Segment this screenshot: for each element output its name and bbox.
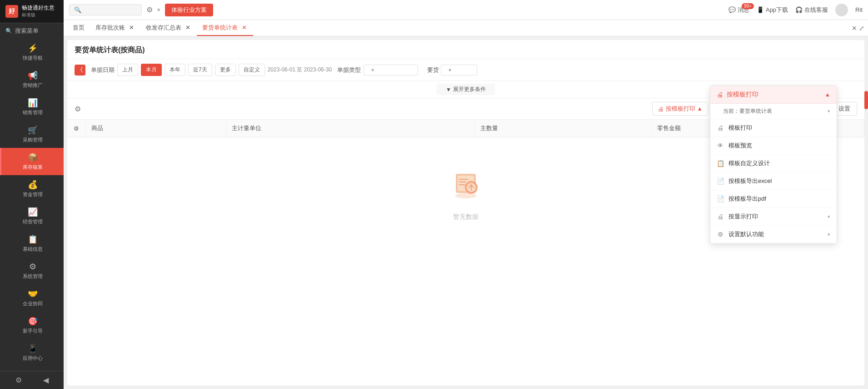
- date-btn-this-month[interactable]: 本月: [141, 64, 162, 76]
- right-scrollbar[interactable]: [864, 91, 868, 182]
- user-avatar[interactable]: [835, 4, 848, 16]
- guide-label: 新手引导: [23, 328, 43, 334]
- tab-home-label: 首页: [73, 24, 85, 32]
- page-title: 要货单统计表(按商品): [75, 45, 857, 55]
- col-unit: 主计量单位: [226, 120, 475, 137]
- order-select[interactable]: ▾: [441, 65, 477, 76]
- search-label: 搜索菜单: [15, 27, 39, 35]
- doc-type-select[interactable]: ▾: [364, 65, 418, 76]
- app-download-icon: 📱: [757, 6, 764, 13]
- print-button[interactable]: 🖨 按模板打印 ▲: [652, 102, 708, 116]
- sidebar-item-app-center[interactable]: 📱 应用中心: [0, 339, 64, 366]
- date-btn-custom[interactable]: 自定义: [239, 64, 265, 76]
- tab-home[interactable]: 首页: [67, 20, 90, 36]
- sidebar-item-basics[interactable]: 📋 基础信息: [0, 230, 64, 257]
- dropdown-current-text: 当前：要货单统计表: [723, 107, 772, 115]
- dropdown-item-template-design[interactable]: 📋 模板自定义设计: [710, 155, 837, 172]
- date-filter-label: 单据日期: [91, 66, 115, 74]
- expand-more-label: 展开更多条件: [453, 86, 486, 93]
- main-content: 🔍 ⚙ ▾ 体验行业方案 💬 消息 99+ 📱 App下载 🎧 在线客服 Rit: [64, 0, 868, 389]
- date-btn-more[interactable]: 更多: [215, 64, 236, 76]
- sidebar-item-marketing[interactable]: 📢 营销推广: [0, 66, 64, 93]
- filter-expand-button[interactable]: 《: [75, 65, 85, 76]
- dropdown-template-preview-label: 模板预览: [728, 141, 752, 150]
- inventory-label: 库存核算: [23, 164, 43, 171]
- date-btn-last-month[interactable]: 上月: [117, 64, 138, 76]
- dropdown-template-preview-icon: 👁: [717, 142, 724, 149]
- app-download-label: App下载: [766, 6, 788, 14]
- dropdown-item-template-print[interactable]: 🖨 模板打印: [710, 119, 837, 137]
- col-quantity: 主数量: [475, 120, 652, 137]
- dropdown-item-default-settings[interactable]: ⚙ 设置默认功能 ▾: [710, 226, 837, 243]
- inventory-icon: 📦: [28, 152, 38, 162]
- sidebar-item-guide[interactable]: 🎯 新手引导: [0, 312, 64, 339]
- service-icon: 🎧: [795, 6, 803, 13]
- expand-more-button[interactable]: ▼ 展开更多条件: [437, 84, 495, 95]
- sidebar-item-quick-nav[interactable]: ⚡ 快捷导航: [0, 39, 64, 66]
- topbar-search-input[interactable]: [84, 7, 137, 13]
- dropdown-default-settings-label: 设置默认功能: [728, 230, 764, 238]
- topbar-chevron: ▾: [157, 6, 160, 13]
- sidebar-item-sales[interactable]: 📊 销售管理: [0, 93, 64, 121]
- sales-label: 销售管理: [23, 109, 43, 116]
- dropdown-item-export-pdf[interactable]: 📄 按模板导出pdf: [710, 190, 837, 208]
- app-logo: 好 畅捷通好生意 标准版: [0, 0, 64, 23]
- date-filter-group: 单据日期 上月 本月 本年 近7天 更多 自定义 2023-06-01 至 20…: [91, 64, 332, 76]
- app-version: 标准版: [22, 12, 55, 18]
- date-range-display: 2023-06-01 至 2023-06-30: [268, 66, 332, 74]
- collapse-sidebar-icon[interactable]: ◀: [43, 376, 49, 384]
- sidebar-item-inventory[interactable]: 📦 库存核算: [0, 148, 64, 175]
- toolbar-settings-icon[interactable]: ⚙: [75, 105, 81, 113]
- basics-icon: 📋: [28, 234, 38, 244]
- dropdown-export-excel-icon: 📄: [717, 177, 724, 185]
- cooperation-icon: 🤝: [28, 289, 38, 299]
- settings-bottom-icon[interactable]: ⚙: [15, 376, 22, 384]
- tabs-close-all-icon[interactable]: ✕: [852, 25, 857, 32]
- tab-order-stats[interactable]: 要货单统计表 ✕: [197, 20, 253, 36]
- tabs-right: ✕ ⤢: [852, 25, 864, 32]
- topbar-gear-icon[interactable]: ⚙: [146, 5, 153, 14]
- dropdown-export-pdf-label: 按模板导出pdf: [728, 195, 766, 203]
- col-settings[interactable]: ⚙: [67, 120, 85, 137]
- quick-nav-label: 快捷导航: [23, 55, 43, 61]
- doc-type-label: 单据类型: [337, 66, 361, 74]
- sidebar-bottom: ⚙ ◀: [0, 371, 64, 389]
- tab-collection-summary[interactable]: 收发存汇总表 ✕: [140, 20, 197, 36]
- sidebar-item-cooperation[interactable]: 🤝 企业协同: [0, 284, 64, 312]
- tab-collection-summary-close[interactable]: ✕: [184, 24, 191, 31]
- sidebar-item-finance[interactable]: 💰 资金管理: [0, 175, 64, 202]
- date-btn-this-year[interactable]: 本年: [165, 64, 185, 76]
- tabs-maximize-icon[interactable]: ⤢: [859, 25, 864, 32]
- sidebar-item-operations[interactable]: 📈 经营管理: [0, 202, 64, 230]
- username[interactable]: Rit: [855, 6, 863, 13]
- marketing-label: 营销推广: [23, 82, 43, 89]
- tab-inventory-batch-close[interactable]: ✕: [128, 24, 135, 31]
- scrollbar-thumb[interactable]: [864, 91, 868, 109]
- topbar-messages[interactable]: 💬 消息 99+: [728, 6, 749, 14]
- topbar-search[interactable]: 🔍: [69, 4, 142, 15]
- print-label: 按模板打印: [666, 105, 695, 113]
- tab-inventory-batch[interactable]: 库存批次账 ✕: [90, 20, 140, 36]
- sidebar-item-purchase[interactable]: 🛒 采购管理: [0, 121, 64, 148]
- sidebar-item-wechat[interactable]: 💬 企业微信: [0, 366, 64, 371]
- tab-inventory-batch-label: 库存批次账: [95, 24, 125, 32]
- dropdown-item-export-excel[interactable]: 📄 按模板导出excel: [710, 172, 837, 190]
- topbar-app-download[interactable]: 📱 App下载: [757, 6, 788, 14]
- topbar-online-service[interactable]: 🎧 在线客服: [795, 6, 828, 14]
- search-menu-item[interactable]: 🔍 搜索菜单: [0, 23, 64, 39]
- dropdown-current[interactable]: 当前：要货单统计表 ▾: [710, 104, 837, 119]
- expand-icon: 《: [77, 66, 83, 74]
- dropdown-current-arrow: ▾: [828, 108, 830, 114]
- date-btn-7days[interactable]: 近7天: [188, 64, 212, 76]
- dropdown-export-pdf-icon: 📄: [717, 195, 724, 202]
- tab-order-stats-close[interactable]: ✕: [240, 24, 248, 31]
- print-chevron-up: ▲: [697, 106, 703, 112]
- guide-icon: 🎯: [28, 316, 38, 326]
- dropdown-item-display-print[interactable]: 🖨 按显示打印 ▾: [710, 208, 837, 226]
- dropdown-header[interactable]: 🖨 按模板打印 ▲: [710, 86, 837, 104]
- sidebar-item-system[interactable]: ⚙ 系统管理: [0, 257, 64, 284]
- col-product: 商品: [85, 120, 226, 137]
- dropdown-item-template-preview[interactable]: 👁 模板预览: [710, 137, 837, 155]
- trial-button[interactable]: 体验行业方案: [165, 4, 213, 16]
- dropdown-default-settings-arrow: ▾: [828, 232, 830, 237]
